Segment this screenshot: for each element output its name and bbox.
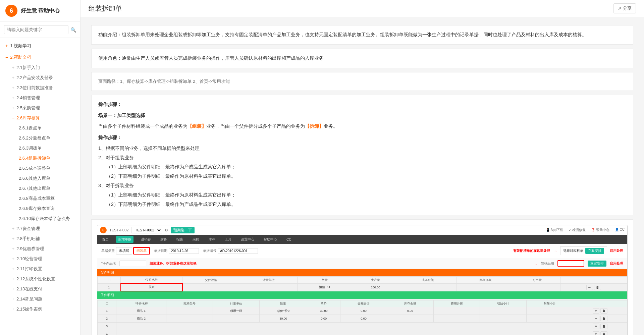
sm-sub-label-2: 苗林品用	[541, 261, 554, 266]
sub-cell-unit: 领用一样	[213, 307, 259, 315]
sidebar-item-2-6-9[interactable]: 2.6.9库存账本查询	[3, 204, 80, 214]
sidebar-item-2-6-6[interactable]: 2.6.6其他入库单	[3, 173, 80, 183]
sm-nav-report[interactable]: 报告	[174, 236, 185, 243]
sidebar-item-2-6-3[interactable]: 2.6.3调拨单	[3, 143, 80, 153]
sm-nav-purchase-sale[interactable]: 进销存	[139, 236, 153, 243]
sidebar-item-2-5[interactable]: + 2.5采购管理	[3, 103, 80, 113]
main-area: 组装拆卸单 ↗ 分享 功能介绍：组装拆卸单用来处理企业组装或拆卸等加工业务，支持…	[80, 0, 644, 335]
sm-sub-input-2[interactable]	[557, 260, 584, 267]
sub-col-spec: 规格型号	[166, 300, 213, 307]
sm-date-input[interactable]	[169, 248, 199, 254]
sub-cell-name-2: 商品 2	[116, 315, 166, 323]
sm-nav-new[interactable]: 新增单据	[116, 236, 133, 243]
sidebar-item-2-1[interactable]: + 2.1新手入门	[3, 63, 80, 73]
nav-label-2-14: 2.14常见问题	[16, 296, 42, 302]
sidebar-item-2-6-7[interactable]: 2.6.7其他出库单	[3, 183, 80, 193]
sm-row-del-btn[interactable]: 🗑	[594, 285, 601, 290]
sidebar-item-2-6-1[interactable]: 2.6.1盘点单	[3, 123, 80, 133]
sub-col-fee: 费用分摊	[433, 300, 480, 307]
nav-label-2-11: 2.11打印设置	[16, 266, 42, 272]
sidebar-item-2-11[interactable]: + 2.11打印设置	[3, 264, 80, 274]
sub-plus-icon: +	[12, 226, 14, 231]
scene1-label: 场景一：加工类型选择	[98, 113, 145, 118]
sidebar-item-2-15[interactable]: + 2.15操作案例	[3, 304, 80, 314]
step-1: 1、根据不同的业务，选择不同单据的类型来处理	[98, 145, 626, 153]
section-1-label: 1.视频学习	[10, 43, 31, 49]
sidebar-item-docs[interactable]: − 2.帮助文档	[0, 52, 80, 63]
search-input[interactable]	[4, 25, 68, 34]
sub-col-ops	[573, 300, 627, 307]
cell-ops-btn: ✏ 🗑	[560, 283, 627, 291]
sm-nav-cc[interactable]: CC	[284, 237, 293, 242]
scene1-heading: 场景一：加工类型选择	[98, 112, 626, 120]
sub-plus-icon: +	[12, 277, 14, 281]
sub-edit-btn[interactable]: ✏	[593, 308, 599, 314]
sm-form-sub: *子件品名 组装业务、拆卸业务在这里切换 ↓ 苗林品用 立案安排 启用处理	[97, 258, 627, 269]
sub-cell-sum: 0.00	[340, 307, 387, 315]
sidebar-item-2-4[interactable]: + 2.4销售管理	[3, 93, 80, 103]
nav-section-2: − 2.帮助文档 + 2.1新手入门 + 2.2产品安装及登录 + 2.3使用前…	[0, 52, 80, 314]
section-2-label: 2.帮助文档	[10, 54, 31, 60]
path-block: 页面路径：1、库存核算->库存管理->组装拆卸单 2、首页->常用功能	[91, 72, 633, 91]
sidebar-item-2-6-10[interactable]: 2.6.10库存账本错了怎么办	[3, 214, 80, 224]
share-icon: ↗	[618, 6, 622, 11]
sidebar-item-2-10[interactable]: + 2.10经营管理	[3, 254, 80, 264]
sub-col-check: ☐	[98, 300, 116, 307]
sub-del-btn-3[interactable]: 🗑	[600, 324, 607, 329]
sidebar-item-videos[interactable]: + 1.视频学习	[0, 41, 80, 51]
share-button[interactable]: ↗ 分享	[613, 3, 636, 13]
sidebar-item-2-13[interactable]: + 2.13在线支付	[3, 284, 80, 294]
sm-nav-settings[interactable]: 设置中心	[239, 236, 256, 243]
sidebar-item-2-6-4[interactable]: 2.6.4组装拆卸单	[3, 153, 80, 163]
sub-cell-empty-4	[116, 330, 573, 335]
sm-nav-tools[interactable]: 工具	[223, 236, 233, 243]
sm-number-input[interactable]	[218, 248, 258, 254]
sm-number-group: 单据编号	[203, 248, 258, 254]
sidebar-item-2-6-2[interactable]: 2.6.2分量盘点单	[3, 133, 80, 143]
sm-row-edit-btn[interactable]: ✏	[586, 285, 593, 290]
sm-sub-input-1[interactable]	[119, 261, 146, 266]
sub-edit-btn-4[interactable]: ✏	[593, 331, 599, 335]
path-text: 页面路径：1、库存核算->库存管理->组装拆卸单 2、首页->常用功能	[98, 79, 230, 84]
sub-cell-init-2	[480, 315, 527, 323]
sub-del-btn-2[interactable]: 🗑	[600, 316, 607, 321]
sm-parent-table: ☐ *父件名称 父件规格 计量单位 数量 生产量 成本金额 库存金额 可用量	[97, 276, 627, 291]
sidebar-item-2-12[interactable]: + 2.12系统个性化设置	[3, 274, 80, 284]
sm-nav-inventory[interactable]: 库存	[207, 236, 217, 243]
sub-edit-btn-3[interactable]: ✏	[593, 324, 599, 329]
sm-btn-assemble[interactable]: 组装单	[133, 247, 150, 255]
sm-nav-finance[interactable]: 财务	[158, 236, 169, 243]
sub-col-stock: 库存金额	[387, 300, 433, 307]
sidebar-item-2-2[interactable]: + 2.2产品安装及登录	[3, 73, 80, 83]
sub-edit-btn-2[interactable]: ✏	[593, 316, 599, 321]
sidebar-item-2-6-8[interactable]: 2.6.8商品成本重算	[3, 193, 80, 204]
sidebar-item-2-3[interactable]: + 2.3使用前数据准备	[3, 83, 80, 93]
sidebar-item-2-6-5[interactable]: 2.6.5成本调整单	[3, 163, 80, 173]
col-cost: 成本金额	[399, 277, 457, 284]
sub-del-btn[interactable]: 🗑	[600, 308, 607, 314]
sidebar-item-2-8[interactable]: + 2.8手机旺辅	[3, 234, 80, 244]
sub-col-unit: 计量单位	[213, 300, 259, 307]
sidebar-item-2-7[interactable]: + 2.7资金管理	[3, 224, 80, 234]
sm-preview-btn[interactable]: 预期裂一下	[171, 227, 195, 233]
sm-nav-home[interactable]: 首页	[100, 236, 111, 243]
sm-company-select[interactable]: TEST-H002	[131, 227, 162, 233]
sm-btn-unfixed[interactable]: 未填写	[116, 247, 132, 255]
sm-sub-confirm-btn[interactable]: 立案安排	[588, 261, 606, 267]
sm-logo-icon: 6	[100, 227, 107, 233]
steps-sub-heading: 操作步骤：	[98, 134, 626, 142]
sidebar-item-2-14[interactable]: + 2.14常见问题	[3, 294, 80, 304]
sub-cell-extra	[527, 307, 573, 315]
sidebar-item-2-9[interactable]: + 2.9优惠券管理	[3, 244, 80, 254]
sidebar-item-2-6[interactable]: − 2.6库存核算	[3, 113, 80, 123]
nav-label-2-5: 2.5采购管理	[16, 105, 40, 111]
sm-confirm-btn[interactable]: 立案安排	[585, 248, 604, 254]
table-row: 4 ✏ 🗑	[98, 330, 627, 335]
sub-plus-icon: +	[12, 307, 14, 312]
search-icon[interactable]: 🔍	[70, 27, 76, 33]
col-qty: 数量	[297, 277, 352, 284]
sm-nav-purchase[interactable]: 采购	[191, 236, 201, 243]
annotation-enable-2: 启用处理	[610, 261, 623, 266]
sm-nav-help[interactable]: 帮助中心	[262, 236, 279, 243]
sub-del-btn-4[interactable]: 🗑	[600, 331, 607, 335]
